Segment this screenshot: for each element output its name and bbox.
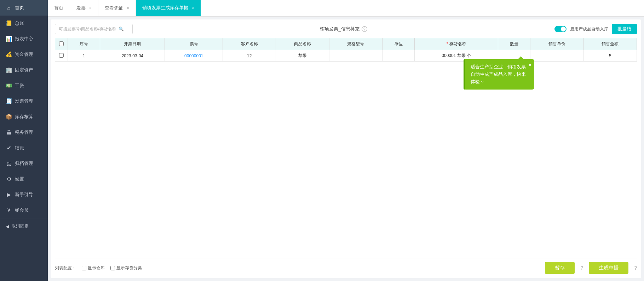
sidebar-item-archive[interactable]: 🗂 归档管理 (0, 156, 48, 171)
row-ticket-no[interactable]: 00000001 (165, 50, 223, 62)
row-unit-price (530, 50, 583, 62)
home-icon: ⌂ (6, 5, 12, 11)
checkout-icon: ✔ (6, 145, 12, 151)
sidebar-label-inventory: 库存核算 (15, 114, 33, 120)
tab-bar: 首页 发票 × 查看凭证 × 销项发票生成库存单据 × (48, 0, 644, 17)
batch-button[interactable]: 批量结 (612, 24, 637, 34)
sidebar-label-archive: 归档管理 (15, 160, 33, 167)
table-wrapper: × 适合生产型企业，销项发票自动生成产成品入库，快来体验～ 序号 开票日期 票号… (55, 38, 637, 255)
bottom-right: 暂存 ? 生成单据 ? (545, 262, 637, 274)
sidebar-item-salary[interactable]: 💵 工资 (0, 78, 48, 93)
col-header-unit: 单位 (383, 38, 415, 50)
show-category-checkbox[interactable] (110, 266, 115, 270)
tab-home-label: 首页 (54, 5, 63, 11)
table-row: 1 2023-03-04 00000001 12 苹果 000001 苹果 个 … (55, 50, 637, 62)
tab-voucher-close[interactable]: × (127, 6, 129, 11)
generate-help-icon[interactable]: ? (634, 265, 637, 271)
sidebar-item-reports[interactable]: 📊 报表中心 (0, 31, 48, 47)
sidebar-item-guide[interactable]: ▶ 新手引导 (0, 187, 48, 202)
sidebar-item-ledger[interactable]: 📒 总账 (0, 16, 48, 31)
col-header-seq: 序号 (68, 38, 100, 50)
row-unit (383, 50, 415, 62)
sidebar-label-home: 首页 (15, 5, 24, 11)
reports-icon: 📊 (6, 36, 12, 42)
search-icon[interactable]: 🔍 (119, 27, 124, 31)
row-checkbox[interactable] (59, 53, 64, 58)
row-amount: 5 (583, 50, 637, 62)
sidebar-item-home[interactable]: ⌂ 首页 (0, 0, 48, 16)
col-header-checkbox (55, 38, 68, 50)
sidebar-label-tax: 税务管理 (15, 129, 33, 136)
sidebar-label-checkout: 结账 (15, 145, 24, 151)
show-warehouse-checkbox[interactable] (82, 266, 86, 270)
bottom-bar: 列表配置： 显示仓库 显示存货分类 暂存 ? 生成单据 ? (55, 258, 637, 274)
content-area: 可搜发票号/商品名称/存货名称 🔍 销项发票_信息补充 ? 启用产成品自动入库 … (51, 19, 641, 278)
col-header-qty: 数量 (498, 38, 530, 50)
show-warehouse-label[interactable]: 显示仓库 (82, 265, 105, 271)
inventory-icon: 📦 (6, 114, 12, 120)
ledger-icon: 📒 (6, 20, 12, 27)
show-category-label[interactable]: 显示存货分类 (110, 265, 142, 271)
toolbar-left: 可搜发票号/商品名称/存货名称 🔍 (55, 24, 133, 34)
row-seq: 1 (68, 50, 100, 62)
select-all-checkbox[interactable] (59, 41, 64, 46)
sidebar-item-checkout[interactable]: ✔ 结账 (0, 140, 48, 156)
settings-icon: ⚙ (6, 176, 12, 182)
tab-invoice[interactable]: 发票 × (70, 0, 98, 16)
unpin-label: 取消固定 (12, 223, 29, 229)
sidebar-item-tax[interactable]: 🏛 税务管理 (0, 125, 48, 140)
sidebar-label-reports: 报表中心 (15, 36, 33, 42)
sidebar-label-salary: 工资 (15, 82, 24, 89)
tooltip-left-bar (464, 59, 465, 90)
tab-stock-doc-label: 销项发票生成库存单据 (142, 5, 188, 11)
sidebar-item-funds[interactable]: 💰 资金管理 (0, 47, 48, 62)
list-config-label: 列表配置： (55, 265, 76, 271)
pin-icon: ◀ (6, 224, 9, 229)
sidebar-item-member[interactable]: V 畅会员 (0, 202, 48, 218)
info-label: 销项发票_信息补充 (320, 26, 359, 32)
info-help-icon[interactable]: ? (362, 26, 367, 32)
sidebar-label-ledger: 总账 (15, 20, 24, 27)
tab-home[interactable]: 首页 (48, 0, 70, 16)
tab-invoice-label: 发票 (76, 5, 86, 11)
archive-icon: 🗂 (6, 161, 12, 167)
row-customer: 12 (223, 50, 276, 62)
tooltip-text: 适合生产型企业，销项发票自动生成产成品入库，快来体验～ (468, 63, 529, 85)
salary-icon: 💵 (6, 82, 12, 89)
row-product: 苹果 (276, 50, 329, 62)
member-icon: V (6, 208, 12, 213)
tooltip-close-button[interactable]: × (529, 61, 531, 69)
generate-button[interactable]: 生成单据 (589, 262, 628, 274)
tab-stock-doc[interactable]: 销项发票生成库存单据 × (136, 0, 201, 16)
tab-voucher[interactable]: 查看凭证 × (98, 0, 136, 16)
toolbar: 可搜发票号/商品名称/存货名称 🔍 销项发票_信息补充 ? 启用产成品自动入库 … (55, 24, 637, 34)
search-box[interactable]: 可搜发票号/商品名称/存货名称 🔍 (55, 24, 133, 34)
col-header-unit-price: 销售单价 (530, 38, 583, 50)
tab-voucher-label: 查看凭证 (105, 5, 123, 11)
tooltip-popup: × 适合生产型企业，销项发票自动生成产成品入库，快来体验～ (464, 59, 534, 90)
col-header-ticket-no: 票号 (165, 38, 223, 50)
save-button[interactable]: 暂存 (545, 262, 575, 274)
sidebar-label-fixed-assets: 固定资产 (15, 67, 33, 73)
toolbar-center: 销项发票_信息补充 ? (320, 26, 367, 32)
data-table: 序号 开票日期 票号 客户名称 商品名称 规格型号 单位 存货名称 数量 销售单… (55, 38, 637, 62)
save-help-icon[interactable]: ? (580, 265, 583, 271)
main-area: 首页 发票 × 查看凭证 × 销项发票生成库存单据 × 可搜发票号/商品名称/存… (48, 0, 644, 281)
sidebar-item-inventory[interactable]: 📦 库存核算 (0, 109, 48, 125)
tab-invoice-close[interactable]: × (89, 6, 92, 11)
sidebar-item-invoice-mgmt[interactable]: 🧾 发票管理 (0, 93, 48, 109)
search-placeholder: 可搜发票号/商品名称/存货名称 (59, 26, 116, 32)
tab-stock-doc-close[interactable]: × (192, 5, 194, 10)
col-header-customer: 客户名称 (223, 38, 276, 50)
auto-warehouse-toggle[interactable] (554, 26, 567, 32)
tax-icon: 🏛 (6, 130, 12, 136)
sidebar-item-settings[interactable]: ⚙ 设置 (0, 171, 48, 187)
col-header-amount: 销售金额 (583, 38, 637, 50)
row-checkbox-cell (55, 50, 68, 62)
col-header-date: 开票日期 (100, 38, 165, 50)
sidebar-item-fixed-assets[interactable]: 🏢 固定资产 (0, 62, 48, 78)
col-header-product: 商品名称 (276, 38, 329, 50)
row-spec (329, 50, 382, 62)
unpin-button[interactable]: ◀ 取消固定 (0, 220, 48, 232)
funds-icon: 💰 (6, 51, 12, 58)
